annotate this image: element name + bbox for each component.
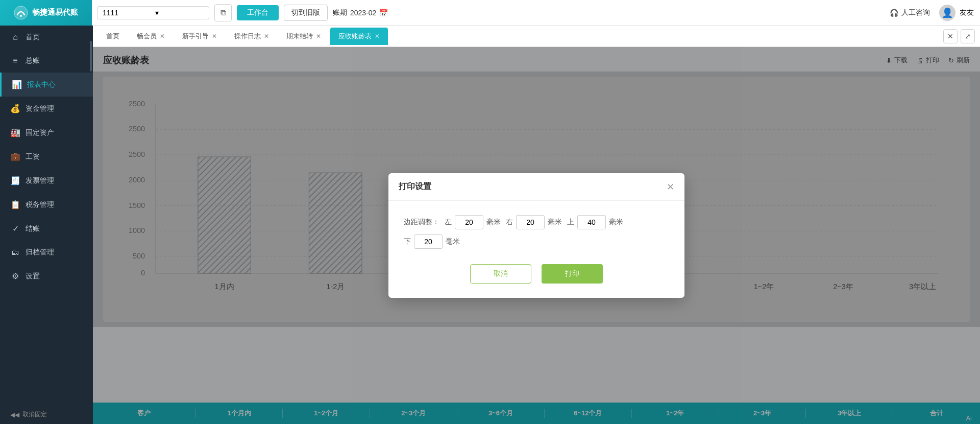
period-display: 账期 2023-02 📅 [333, 8, 388, 17]
sidebar-item-home[interactable]: ⌂ 首页 [0, 26, 93, 49]
tab-expand-button[interactable]: ⤢ [961, 29, 975, 43]
cancel-button[interactable]: 取消 [470, 264, 531, 284]
logo-icon [14, 6, 28, 20]
assets-icon: 🏭 [10, 128, 20, 137]
period-value: 2023-02 [350, 9, 376, 17]
tab-label: 应收账龄表 [338, 32, 372, 41]
workbench-button[interactable]: 工作台 [237, 5, 279, 20]
customer-service[interactable]: 🎧 人工咨询 [890, 8, 930, 17]
sidebar: ⌂ 首页 ≡ 总账 📊 报表中心 💰 资金管理 🏭 固定资产 💼 工资 🧾 发票… [0, 26, 93, 424]
tab-bar: 首页 畅会员 ✕ 新手引导 ✕ 操作日志 ✕ 期末结转 ✕ 应收账龄表 ✕ [93, 26, 980, 47]
bottom-unit: 毫米 [446, 237, 460, 246]
print-settings-dialog: 打印设置 ✕ 边距调整： 左 毫米 右 [388, 173, 684, 298]
right-unit: 毫米 [548, 218, 562, 227]
settings-icon: ⚙ [10, 271, 20, 281]
sidebar-item-label: 首页 [26, 33, 40, 42]
top-unit: 毫米 [609, 218, 623, 227]
copy-icon-btn[interactable]: ⧉ [214, 4, 232, 21]
right-input[interactable] [516, 215, 545, 229]
margin-top-group: 上 毫米 [567, 215, 623, 229]
sidebar-item-archive[interactable]: 🗂 归档管理 [0, 241, 93, 264]
sidebar-item-label: 工资 [26, 152, 40, 161]
dialog-title: 打印设置 [399, 181, 431, 192]
pin-icon: ◀◀ [10, 411, 19, 418]
calendar-icon[interactable]: 📅 [379, 9, 388, 17]
tab-actions: ✕ ⤢ [943, 29, 975, 43]
sidebar-item-closing[interactable]: ✓ 结账 [0, 217, 93, 241]
dialog-footer: 取消 打印 [388, 261, 684, 298]
bottom-label: 下 [404, 237, 411, 246]
dialog-close-button[interactable]: ✕ [667, 182, 674, 192]
tab-close-all-button[interactable]: ✕ [943, 29, 958, 43]
sidebar-item-funds[interactable]: 💰 资金管理 [0, 97, 93, 121]
svg-point-0 [14, 6, 28, 19]
tab-label: 操作日志 [234, 32, 261, 41]
sidebar-item-label: 固定资产 [26, 128, 54, 137]
tab-close-period[interactable]: ✕ [316, 33, 321, 40]
tab-label: 新手引导 [182, 32, 209, 41]
sidebar-item-label: 设置 [26, 272, 40, 281]
tab-label: 畅会员 [137, 32, 157, 41]
company-name: 1111 [103, 9, 151, 17]
tab-home[interactable]: 首页 [98, 28, 128, 45]
tab-guide[interactable]: 新手引导 ✕ [174, 28, 225, 45]
sidebar-item-label: 资金管理 [26, 104, 54, 113]
page-content: 应收账龄表 ⬇ 下载 🖨 打印 ↻ 刷新 [93, 47, 980, 424]
sidebar-scrollbar[interactable] [90, 26, 92, 424]
margin-right-group: 右 毫米 [506, 215, 562, 229]
top-input[interactable] [577, 215, 606, 229]
tab-oplog[interactable]: 操作日志 ✕ [226, 28, 277, 45]
sidebar-item-label: 发票管理 [26, 176, 54, 185]
tab-close-oplog[interactable]: ✕ [264, 33, 269, 40]
sidebar-item-ledger[interactable]: ≡ 总账 [0, 49, 93, 73]
sidebar-scrollbar-thumb [90, 41, 92, 72]
company-selector[interactable]: 1111 ▾ [97, 6, 209, 19]
tab-close-member[interactable]: ✕ [160, 33, 165, 40]
dialog-body: 边距调整： 左 毫米 右 毫米 [388, 201, 684, 261]
headset-icon: 🎧 [890, 9, 898, 17]
modal-overlay: 打印设置 ✕ 边距调整： 左 毫米 右 [93, 47, 980, 424]
main-layout: ⌂ 首页 ≡ 总账 📊 报表中心 💰 资金管理 🏭 固定资产 💼 工资 🧾 发票… [0, 26, 980, 424]
content-area: 首页 畅会员 ✕ 新手引导 ✕ 操作日志 ✕ 期末结转 ✕ 应收账龄表 ✕ [93, 26, 980, 424]
sidebar-item-label: 总账 [26, 56, 40, 65]
tab-aging[interactable]: 应收账龄表 ✕ [330, 28, 388, 45]
confirm-print-button[interactable]: 打印 [542, 264, 603, 284]
left-unit: 毫米 [486, 218, 501, 227]
tab-member[interactable]: 畅会员 ✕ [129, 28, 173, 45]
logo: 畅捷通易代账 [0, 0, 92, 26]
sidebar-item-assets[interactable]: 🏭 固定资产 [0, 121, 93, 145]
left-input[interactable] [455, 215, 483, 229]
left-label: 左 [445, 218, 452, 227]
dropdown-icon: ▾ [155, 9, 204, 17]
sidebar-item-invoice[interactable]: 🧾 发票管理 [0, 169, 93, 193]
salary-icon: 💼 [10, 152, 20, 161]
sidebar-item-label: 报表中心 [27, 80, 56, 89]
sidebar-item-settings[interactable]: ⚙ 设置 [0, 264, 93, 288]
sidebar-item-reports[interactable]: 📊 报表中心 [0, 73, 93, 97]
old-version-button[interactable]: 切到旧版 [284, 5, 328, 21]
tab-label: 首页 [106, 32, 119, 41]
reports-icon: 📊 [12, 80, 22, 89]
sidebar-item-tax[interactable]: 📋 税务管理 [0, 193, 93, 217]
top-header: 畅捷通易代账 1111 ▾ ⧉ 工作台 切到旧版 账期 2023-02 📅 🎧 … [0, 0, 980, 26]
sidebar-item-label: 结账 [26, 224, 40, 233]
home-icon: ⌂ [10, 33, 20, 42]
bottom-input[interactable] [414, 234, 443, 249]
sidebar-item-salary[interactable]: 💼 工资 [0, 145, 93, 169]
margin-bottom-group: 下 毫米 [404, 234, 460, 249]
period-label-text: 账期 [333, 8, 347, 17]
tab-close-aging[interactable]: ✕ [375, 33, 380, 40]
avatar-icon: 👤 [942, 7, 953, 18]
margin-left-group: 左 毫米 [445, 215, 501, 229]
tab-label: 期末结转 [286, 32, 313, 41]
ledger-icon: ≡ [10, 56, 20, 65]
avatar: 👤 [939, 5, 955, 21]
user-info[interactable]: 👤 友友 [939, 5, 974, 21]
funds-icon: 💰 [10, 104, 20, 113]
sidebar-item-label: 归档管理 [26, 248, 54, 257]
tab-period-close[interactable]: 期末结转 ✕ [278, 28, 329, 45]
tab-close-guide[interactable]: ✕ [212, 33, 217, 40]
sidebar-unpin[interactable]: ◀◀ 取消固定 [0, 405, 93, 424]
archive-icon: 🗂 [10, 248, 20, 257]
user-label: 友友 [960, 8, 974, 17]
